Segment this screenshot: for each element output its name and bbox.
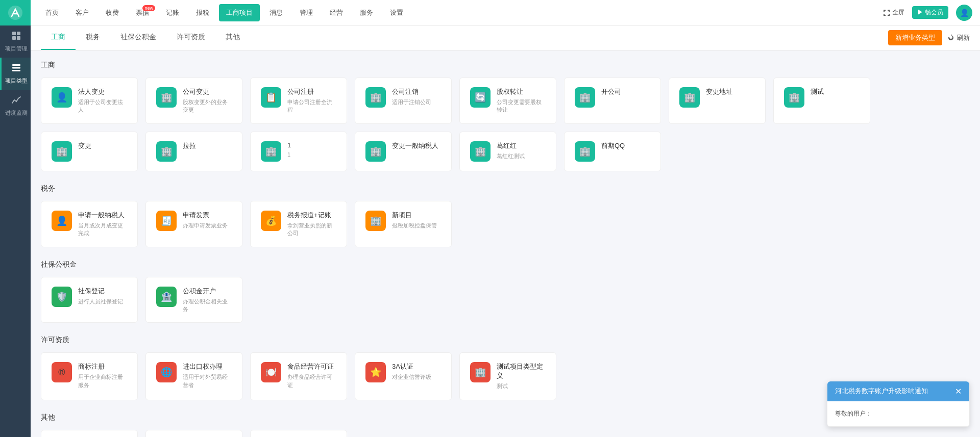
card-apply-invoice-name: 申请发票 xyxy=(183,211,232,220)
card-company-change-icon: 🏢 xyxy=(156,87,177,108)
avatar[interactable]: 👤 xyxy=(956,5,972,21)
card-lala[interactable]: 🏢 拉拉 xyxy=(145,132,242,171)
card-open-company[interactable]: 🏢 开公司 xyxy=(564,78,661,124)
nav-tax[interactable]: 报税 xyxy=(189,4,216,21)
vip-button[interactable]: ▶ 畅会员 xyxy=(912,6,948,19)
tickets-badge: new xyxy=(142,5,155,11)
tab-bar: 工商 税务 社保公积金 许可资质 其他 新增业务类型 刷新 xyxy=(31,25,980,50)
card-legal-change-name: 法人变更 xyxy=(78,87,127,96)
card-social-register-name: 社保登记 xyxy=(78,287,127,296)
card-change-address[interactable]: 🏢 变更地址 xyxy=(669,78,766,124)
card-twenty-one[interactable]: 🏢 21 1 xyxy=(250,430,347,437)
new-type-button[interactable]: 新增业务类型 xyxy=(888,30,942,45)
tab-license[interactable]: 许可资质 xyxy=(166,25,215,50)
card-company-cancel-desc: 适用于注销公司 xyxy=(392,98,441,106)
sidebar-item-project-type[interactable]: 项目类型 xyxy=(0,58,31,90)
card-social-register[interactable]: 🛡️ 社保登记 进行人员社保登记 xyxy=(41,277,138,323)
tax-cards: 👤 申请一般纳税人 当月或次月成变更完成 🧾 申请发票 办理申请发票业务 💰 xyxy=(41,201,970,247)
notification-header: 河北税务数字账户升级影响通知 ✕ xyxy=(827,381,969,401)
card-company-change-name: 公司变更 xyxy=(183,87,232,96)
svg-point-0 xyxy=(8,6,22,20)
refresh-button[interactable]: 刷新 xyxy=(947,33,970,42)
card-company-cancel[interactable]: 🏢 公司注销 适用于注销公司 xyxy=(355,78,452,124)
nav-management[interactable]: 管理 xyxy=(292,4,320,21)
card-open-company-name: 开公司 xyxy=(601,87,650,96)
sidebar-item-progress-monitor[interactable]: 进度监测 xyxy=(0,90,31,122)
card-new-project-desc: 报税加税控盘保管 xyxy=(392,222,441,229)
topbar-right: 全屏 ▶ 畅会员 👤 xyxy=(883,5,972,21)
card-import-export-desc: 适用于对外贸易经营者 xyxy=(183,373,232,389)
fullscreen-icon xyxy=(883,9,890,16)
card-haha[interactable]: 🏢 哈哈 xyxy=(41,430,138,437)
card-apply-invoice[interactable]: 🧾 申请发票 办理申请发票业务 xyxy=(145,201,242,247)
card-food-license-desc: 办理食品经营许可证 xyxy=(287,373,336,389)
card-change-taxpayer[interactable]: 🏢 变更一般纳税人 xyxy=(355,132,452,171)
nav-billing[interactable]: 收费 xyxy=(99,4,126,21)
card-import-export[interactable]: 🌐 进出口权办理 适用于对外贸易经营者 xyxy=(145,352,242,400)
nav-settings[interactable]: 设置 xyxy=(383,4,410,21)
nav-operations[interactable]: 经营 xyxy=(323,4,350,21)
svg-rect-7 xyxy=(12,70,20,71)
card-fund-account[interactable]: 🏦 公积金开户 办理公积金相关业务 xyxy=(145,277,242,323)
card-trademark[interactable]: ® 商标注册 用于企业商标注册服务 xyxy=(41,352,138,400)
card-new-project-icon: 🏢 xyxy=(365,211,386,231)
card-import-export-name: 进出口权办理 xyxy=(183,362,232,371)
tab-social-fund[interactable]: 社保公积金 xyxy=(110,25,166,50)
card-one[interactable]: 🏢 1 1 xyxy=(250,132,347,171)
tab-other[interactable]: 其他 xyxy=(215,25,250,50)
nav-accounting[interactable]: 记账 xyxy=(159,4,186,21)
card-equity-transfer-desc: 公司变更需要股权转让 xyxy=(497,98,546,114)
card-company-register[interactable]: 📋 公司注册 申请公司注册全流程 xyxy=(250,78,347,124)
card-3a-cert[interactable]: ⭐ 3A认证 对企业信誉评级 xyxy=(355,352,452,400)
card-test-type-def-desc: 测试 xyxy=(497,382,546,390)
sidebar-logo xyxy=(0,0,31,25)
card-early-qq-icon: 🏢 xyxy=(575,141,595,162)
card-test-type-def-icon: 🏢 xyxy=(470,362,491,382)
nav-industry[interactable]: 工商项目 xyxy=(219,4,260,21)
card-liupeng-test[interactable]: 🏢 刘鹏测试 测试 xyxy=(145,430,242,437)
topbar-nav: 首页 客户 收费 票据 new 记账 报税 工商项目 消息 管理 经营 服务 设… xyxy=(38,4,883,21)
sidebar-item-project-mgmt[interactable]: 项目管理 xyxy=(0,25,31,58)
card-company-register-desc: 申请公司注册全流程 xyxy=(287,98,336,114)
nav-home[interactable]: 首页 xyxy=(38,4,66,21)
nav-tickets[interactable]: 票据 new xyxy=(129,4,156,21)
fullscreen-button[interactable]: 全屏 xyxy=(883,8,904,17)
card-lala-name: 拉拉 xyxy=(183,141,232,150)
card-tax-accounting[interactable]: 💰 税务报道+记账 拿到营业执照的新公司 xyxy=(250,201,347,247)
card-food-license[interactable]: 🍽️ 食品经营许可证 办理食品经营许可证 xyxy=(250,352,347,400)
card-lala-icon: 🏢 xyxy=(156,141,177,162)
refresh-icon xyxy=(947,34,954,41)
card-company-register-icon: 📋 xyxy=(261,87,281,108)
card-legal-change[interactable]: 👤 法人变更 适用于公司变更法人 xyxy=(41,78,138,124)
card-change-taxpayer-icon: 🏢 xyxy=(365,141,386,162)
card-tax-accounting-icon: 💰 xyxy=(261,211,281,231)
card-change[interactable]: 🏢 变更 xyxy=(41,132,138,171)
card-one-name: 1 xyxy=(287,141,336,149)
card-change-address-name: 变更地址 xyxy=(706,87,755,96)
card-test-type-def[interactable]: 🏢 测试项目类型定义 测试 xyxy=(459,352,556,400)
sidebar-item-project-type-label: 项目类型 xyxy=(5,77,28,85)
fullscreen-label: 全屏 xyxy=(892,8,904,17)
card-social-register-icon: 🛡️ xyxy=(52,287,72,307)
card-company-change[interactable]: 🏢 公司变更 股权变更外的业务变更 xyxy=(145,78,242,124)
card-early-qq[interactable]: 🏢 前期QQ xyxy=(564,132,661,171)
card-fund-account-desc: 办理公积金相关业务 xyxy=(183,298,232,314)
card-gehonghong[interactable]: 🏢 葛红红 葛红红测试 xyxy=(459,132,556,171)
notification-close-button[interactable]: ✕ xyxy=(955,387,962,396)
card-food-license-name: 食品经营许可证 xyxy=(287,362,336,371)
card-new-project[interactable]: 🏢 新项目 报税加税控盘保管 xyxy=(355,201,452,247)
tab-tax[interactable]: 税务 xyxy=(76,25,110,50)
card-equity-transfer[interactable]: 🔄 股权转让 公司变更需要股权转让 xyxy=(459,78,556,124)
notification-body: 尊敬的用户： xyxy=(827,401,969,426)
main-area: 首页 客户 收费 票据 new 记账 报税 工商项目 消息 管理 经营 服务 设… xyxy=(31,0,980,437)
card-legal-change-desc: 适用于公司变更法人 xyxy=(78,98,127,114)
nav-messages[interactable]: 消息 xyxy=(262,4,290,21)
nav-services[interactable]: 服务 xyxy=(353,4,380,21)
card-company-cancel-icon: 🏢 xyxy=(365,87,386,108)
card-company-register-name: 公司注册 xyxy=(287,87,336,96)
card-apply-taxpayer[interactable]: 👤 申请一般纳税人 当月或次月成变更完成 xyxy=(41,201,138,247)
nav-customer[interactable]: 客户 xyxy=(68,4,96,21)
tab-industry[interactable]: 工商 xyxy=(41,25,76,50)
card-social-register-desc: 进行人员社保登记 xyxy=(78,298,127,305)
card-test[interactable]: 🏢 测试 xyxy=(773,78,870,124)
